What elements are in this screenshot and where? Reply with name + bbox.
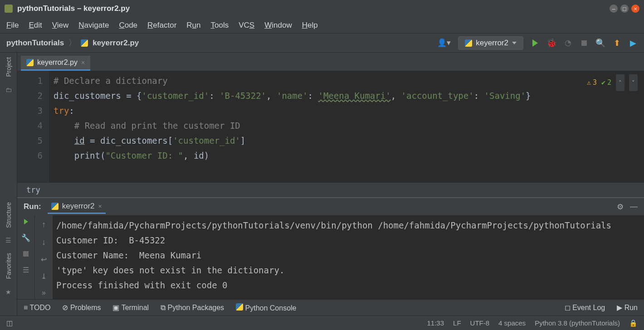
line-separator[interactable]: LF	[453, 319, 461, 327]
lock-icon[interactable]: 🔒	[629, 319, 638, 327]
menu-code[interactable]: Code	[119, 21, 137, 30]
packages-tab[interactable]: ⧉ Python Packages	[161, 304, 224, 312]
editor-tab[interactable]: keyerror2.py ×	[21, 56, 90, 71]
run-panel-label: Run:	[24, 202, 41, 211]
menu-file[interactable]: File	[6, 21, 19, 30]
user-icon[interactable]: 👤▾	[437, 38, 451, 48]
run-settings-icon[interactable]: ⚙	[617, 202, 624, 212]
python-console-tab[interactable]: Python Console	[236, 303, 296, 312]
coverage-button[interactable]: ◔	[563, 39, 572, 48]
python-icon	[51, 203, 59, 210]
terminal-tab[interactable]: ▣ Terminal	[112, 303, 149, 312]
up-stack-icon[interactable]: ↑	[42, 220, 46, 229]
edit-config-button[interactable]: 🔧	[21, 233, 30, 242]
indent[interactable]: 4 spaces	[498, 319, 526, 327]
event-log-tab[interactable]: ◻ Event Log	[565, 303, 605, 312]
menu-edit[interactable]: Edit	[29, 21, 42, 30]
stop-run-button[interactable]	[23, 251, 29, 257]
inspection-widget[interactable]: ⚠3 ✔2 ˄ ˅	[587, 74, 638, 91]
minimize-button[interactable]: –	[610, 5, 618, 13]
editor-tabbar: keyerror2.py ×	[17, 53, 644, 71]
breadcrumb-project[interactable]: pythonTutorials	[6, 39, 64, 48]
sidebar-favorites[interactable]: Favorites	[5, 253, 12, 279]
crumb-text: try	[26, 185, 40, 194]
output-line: 'type' key does not exist in the diction…	[56, 263, 644, 278]
maximize-button[interactable]: □	[620, 5, 629, 13]
toolbar: pythonTutorials 〉 keyerror2.py 👤▾ keyerr…	[0, 34, 644, 53]
search-button[interactable]: 🔍	[596, 39, 605, 48]
down-stack-icon[interactable]: ↓	[42, 238, 46, 247]
update-button[interactable]: ⬆	[612, 39, 621, 48]
chevron-down-icon	[512, 42, 517, 44]
output-line: /home/fahmida/PycharmProjects/pythonTuto…	[56, 218, 644, 233]
sidebar-project[interactable]: Project	[5, 57, 12, 77]
editor-breadcrumb[interactable]: try	[17, 182, 644, 197]
sidebar-structure[interactable]: Structure	[5, 202, 12, 228]
menu-view[interactable]: View	[52, 21, 69, 30]
python-file-icon	[81, 39, 88, 47]
main-column: keyerror2.py × 1 2 3 4 5 6 # Declare a d…	[17, 53, 644, 315]
close-button[interactable]: ×	[631, 5, 639, 13]
code-area[interactable]: # Declare a dictionary dic_customers = {…	[49, 71, 644, 182]
breadcrumb-file[interactable]: keyerror2.py	[93, 39, 139, 48]
line-gutter: 1 2 3 4 5 6	[17, 71, 49, 182]
rerun-button[interactable]	[24, 219, 28, 224]
todo-tab[interactable]: ≡ TODO	[24, 304, 50, 312]
ok-indicator[interactable]: ✔2	[601, 75, 611, 90]
soft-wrap-icon[interactable]: ↩	[41, 255, 47, 264]
ide-features-button[interactable]: ▶	[629, 39, 638, 48]
close-run-tab-icon[interactable]: ×	[98, 203, 102, 210]
line-number: 3	[17, 103, 43, 118]
run-tab[interactable]: keyerror2 ×	[48, 200, 106, 214]
menu-run[interactable]: Run	[186, 21, 200, 30]
body: Project 🗀 Structure ☰ Favorites ★ keyerr…	[0, 53, 644, 315]
bottom-toolwindow-bar: ≡ TODO ⊘ Problems ▣ Terminal ⧉ Python Pa…	[17, 299, 644, 315]
menu-window[interactable]: Window	[264, 21, 292, 30]
run-side-toolbar: 🔧 ☰	[17, 215, 34, 299]
more-icon[interactable]: »	[42, 289, 46, 297]
menu-tools[interactable]: Tools	[211, 21, 229, 30]
tab-label: keyerror2.py	[37, 58, 78, 67]
python-file-icon	[26, 59, 34, 66]
line-number: 2	[17, 88, 43, 103]
interpreter[interactable]: Python 3.8 (pythonTutorials)	[535, 319, 620, 327]
status-bar: ◫ 11:33 LF UTF-8 4 spaces Python 3.8 (py…	[0, 315, 644, 330]
menu-refactor[interactable]: Refactor	[147, 21, 176, 30]
titlebar: pythonTutorials – keyerror2.py – □ ×	[0, 0, 644, 17]
menu-navigate[interactable]: Navigate	[78, 21, 109, 30]
quick-access-icon[interactable]: ◫	[6, 319, 13, 327]
prev-highlight-icon[interactable]: ˄	[616, 74, 624, 91]
folder-icon[interactable]: 🗀	[5, 86, 12, 93]
output-line: Customer ID: B-45322	[56, 233, 644, 248]
menubar: File Edit View Navigate Code Refactor Ru…	[0, 17, 644, 34]
hide-panel-icon[interactable]: —	[630, 202, 638, 211]
run-button[interactable]	[531, 39, 540, 48]
run-output[interactable]: /home/fahmida/PycharmProjects/pythonTuto…	[53, 215, 644, 299]
warning-indicator[interactable]: ⚠3	[587, 75, 597, 90]
close-tab-icon[interactable]: ×	[81, 59, 85, 66]
python-icon	[236, 303, 243, 311]
layout-button[interactable]: ☰	[23, 266, 29, 274]
debug-button[interactable]: 🐞	[547, 39, 556, 48]
toolbar-right: 👤▾ keyerror2 🐞 ◔ 🔍 ⬆ ▶	[437, 36, 638, 50]
run-panel: Run: keyerror2 × ⚙ — 🔧 ☰ ↑	[17, 197, 644, 299]
run-side-toolbar2: ↑ ↓ ↩ ⤓ »	[34, 215, 53, 299]
run-panel-header: Run: keyerror2 × ⚙ —	[17, 198, 644, 215]
run-config-name: keyerror2	[476, 39, 508, 48]
structure-icon[interactable]: ☰	[5, 237, 11, 244]
run-tool-tab[interactable]: ▶ Run	[617, 303, 638, 312]
encoding[interactable]: UTF-8	[470, 319, 490, 327]
problems-tab[interactable]: ⊘ Problems	[62, 303, 101, 312]
breadcrumb: pythonTutorials 〉 keyerror2.py	[6, 38, 139, 48]
run-body: 🔧 ☰ ↑ ↓ ↩ ⤓ » /home/fahmida/PycharmProje…	[17, 215, 644, 299]
line-number: 6	[17, 148, 43, 163]
editor[interactable]: 1 2 3 4 5 6 # Declare a dictionary dic_c…	[17, 71, 644, 182]
menu-vcs[interactable]: VCS	[239, 21, 254, 30]
cursor-position[interactable]: 11:33	[427, 319, 444, 327]
menu-help[interactable]: Help	[302, 21, 318, 30]
scroll-end-icon[interactable]: ⤓	[41, 272, 47, 281]
favorites-icon[interactable]: ★	[5, 288, 11, 296]
stop-button[interactable]	[580, 39, 589, 48]
next-highlight-icon[interactable]: ˅	[629, 74, 638, 91]
run-config-selector[interactable]: keyerror2	[458, 36, 523, 50]
